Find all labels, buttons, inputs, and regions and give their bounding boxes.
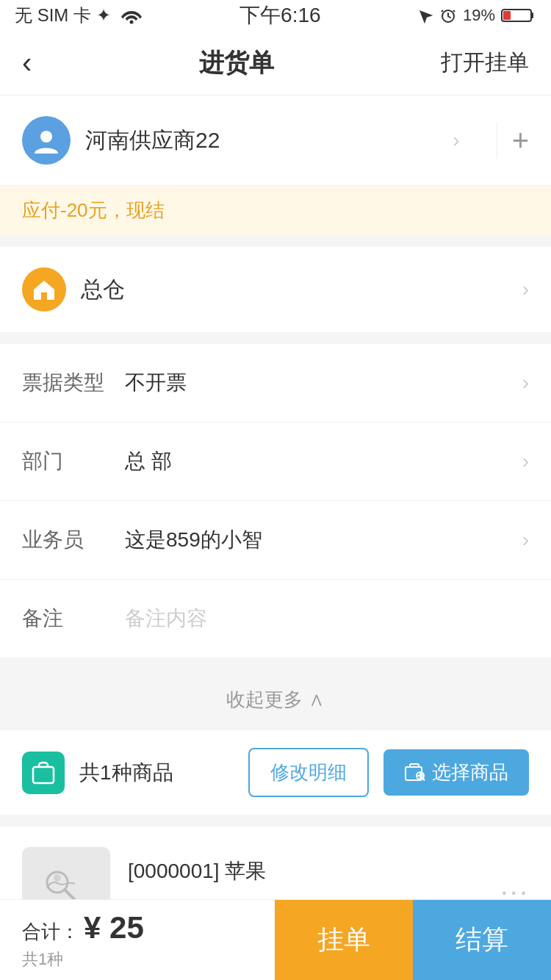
wifi-icon [118, 7, 145, 24]
collapse-bar[interactable]: 收起更多 ∧ [0, 669, 551, 730]
total-amount: ¥ 25 [84, 910, 144, 945]
avatar-icon [32, 126, 61, 155]
supplier-chevron-icon: › [453, 129, 459, 152]
notice-bar: 应付-20元，现结 [0, 186, 551, 235]
warehouse-icon [22, 267, 66, 311]
supplier-name: 河南供应商22 [85, 126, 453, 156]
invoice-value: 不开票 [110, 369, 522, 397]
alarm-icon [439, 7, 457, 24]
dept-label: 部门 [22, 447, 110, 475]
products-icon [22, 752, 65, 794]
staff-label: 业务员 [22, 526, 110, 554]
staff-row[interactable]: 业务员 这是859的小智 › [0, 501, 551, 580]
back-button[interactable]: ‹ [22, 46, 32, 79]
staff-chevron-icon: › [522, 528, 529, 552]
main-content: 河南供应商22 › + 应付-20元，现结 总仓 › 票据类型 不开票 › 部门… [0, 96, 551, 980]
dept-row[interactable]: 部门 总 部 › [0, 422, 551, 501]
product-name: [0000001] 苹果 [128, 857, 483, 885]
add-icon[interactable]: + [512, 124, 529, 157]
svg-rect-3 [503, 11, 511, 20]
open-pending-button[interactable]: 打开挂单 [441, 48, 529, 78]
status-time: 下午6:16 [240, 1, 321, 29]
warehouse-name: 总仓 [81, 275, 522, 305]
total-count: 共1种 [22, 948, 253, 970]
battery-label: 19% [463, 6, 495, 25]
bottom-bar: 合计： ¥ 25 共1种 挂单 结算 [0, 899, 551, 980]
invoice-label: 票据类型 [22, 369, 110, 397]
products-header: 共1种商品 修改明细 选择商品 [0, 730, 551, 815]
warehouse-chevron-icon: › [522, 278, 529, 301]
status-right: 19% [416, 6, 536, 25]
battery-icon [501, 7, 536, 24]
staff-value: 这是859的小智 [110, 526, 522, 554]
edit-detail-button[interactable]: 修改明细 [248, 748, 369, 797]
supplier-card: 河南供应商22 › + 应付-20元，现结 [0, 96, 551, 235]
settle-button[interactable]: 结算 [413, 900, 551, 981]
form-card: 票据类型 不开票 › 部门 总 部 › 业务员 这是859的小智 › 备注 备注… [0, 344, 551, 657]
dept-value: 总 部 [110, 447, 522, 475]
supplier-avatar [22, 116, 71, 165]
vertical-divider [497, 122, 497, 159]
supplier-row[interactable]: 河南供应商22 › + [0, 96, 551, 186]
sim-label: 无 SIM 卡 ✦ [15, 4, 111, 27]
warehouse-card[interactable]: 总仓 › [0, 247, 551, 332]
product-title: 苹果 [225, 860, 266, 882]
total-label: 合计： [22, 919, 79, 945]
location-icon [416, 7, 433, 24]
dept-chevron-icon: › [522, 450, 529, 473]
total-section: 合计： ¥ 25 共1种 [0, 910, 275, 970]
svg-point-13 [54, 874, 61, 882]
remark-row[interactable]: 备注 备注内容 [0, 580, 551, 657]
warehouse-row[interactable]: 总仓 › [0, 247, 551, 332]
cart-icon [30, 760, 57, 786]
status-bar: 无 SIM 卡 ✦ 下午6:16 19% [0, 0, 551, 31]
remark-label: 备注 [22, 605, 110, 633]
select-product-button[interactable]: 选择商品 [383, 749, 529, 796]
product-code: [0000001] [128, 860, 225, 882]
page-title: 进货单 [199, 46, 274, 80]
remark-placeholder: 备注内容 [110, 605, 529, 633]
svg-point-4 [40, 131, 52, 143]
svg-point-0 [129, 21, 133, 24]
select-product-icon [404, 763, 425, 783]
hang-button[interactable]: 挂单 [275, 900, 413, 981]
products-count: 共1种商品 [79, 759, 234, 787]
status-left: 无 SIM 卡 ✦ [15, 4, 145, 27]
svg-rect-5 [33, 767, 54, 783]
select-product-label: 选择商品 [432, 760, 508, 785]
svg-rect-6 [406, 767, 422, 780]
nav-bar: ‹ 进货单 打开挂单 [0, 31, 551, 96]
invoice-row[interactable]: 票据类型 不开票 › [0, 344, 551, 422]
house-icon [31, 276, 57, 303]
invoice-chevron-icon: › [522, 371, 529, 394]
